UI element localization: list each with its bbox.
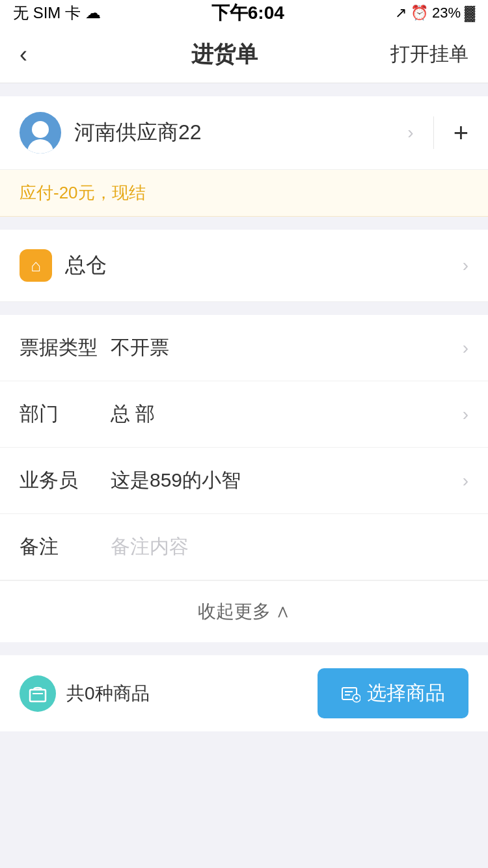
warehouse-name: 总仓	[65, 251, 463, 280]
invoice-type-row[interactable]: 票据类型 不开票 ›	[0, 315, 488, 381]
supplier-row[interactable]: 河南供应商22 › +	[0, 96, 488, 170]
remark-row[interactable]: 备注 备注内容	[0, 514, 488, 580]
top-divider	[0, 83, 488, 96]
add-supplier-button[interactable]: +	[454, 118, 468, 148]
open-pending-button[interactable]: 打开挂单	[390, 41, 468, 68]
back-button[interactable]: ‹	[20, 41, 59, 68]
invoice-type-value: 不开票	[104, 334, 463, 361]
avatar	[20, 112, 61, 154]
bottom-bar: 共0种商品 选择商品	[0, 655, 488, 731]
nav-bar: ‹ 进货单 打开挂单	[0, 26, 488, 83]
avatar-person-icon	[20, 112, 61, 154]
product-count-area: 共0种商品	[20, 675, 150, 712]
collapse-row[interactable]: 收起更多 ∧	[0, 580, 488, 642]
department-label: 部门	[20, 401, 104, 427]
alarm-icon: ⏰	[411, 5, 428, 21]
invoice-type-label: 票据类型	[20, 334, 104, 361]
location-icon: ↗	[395, 5, 407, 21]
collapse-text: 收起更多 ∧	[198, 599, 291, 624]
form-section: 票据类型 不开票 › 部门 总 部 › 业务员 这是859的小智 › 备注 备注…	[0, 315, 488, 642]
status-left: 无 SIM 卡 ☁	[13, 3, 101, 23]
status-time: 下午6:04	[211, 1, 284, 25]
warehouse-section: ⌂ 总仓 ›	[0, 230, 488, 302]
svg-rect-0	[30, 690, 46, 701]
avatar-head	[32, 121, 49, 138]
supplier-card: 河南供应商22 › + 应付-20元，现结	[0, 96, 488, 217]
warehouse-chevron-icon: ›	[463, 255, 468, 276]
select-product-label: 选择商品	[367, 680, 445, 707]
product-count-text: 共0种商品	[66, 681, 150, 706]
salesperson-row[interactable]: 业务员 这是859的小智 ›	[0, 448, 488, 514]
status-bar: 无 SIM 卡 ☁ 下午6:04 ↗ ⏰ 23% ▓	[0, 0, 488, 26]
battery-text: 23%	[432, 5, 461, 21]
battery-icon: ▓	[465, 5, 475, 21]
signal-text: 无 SIM 卡 ☁	[13, 3, 101, 23]
select-product-icon	[341, 684, 360, 703]
product-icon-circle	[20, 675, 56, 712]
warehouse-house-icon: ⌂	[31, 256, 41, 276]
department-value: 总 部	[104, 401, 463, 427]
warehouse-row[interactable]: ⌂ 总仓 ›	[0, 230, 488, 302]
shopping-bag-icon	[27, 683, 48, 704]
form-divider	[0, 302, 488, 315]
remark-label: 备注	[20, 534, 104, 560]
salesperson-label: 业务员	[20, 467, 104, 494]
supplier-chevron-icon[interactable]: ›	[407, 122, 413, 143]
select-product-button[interactable]: 选择商品	[318, 668, 468, 718]
page-title: 进货单	[191, 40, 258, 70]
notice-banner: 应付-20元，现结	[0, 170, 488, 217]
page-content: 河南供应商22 › + 应付-20元，现结 ⌂ 总仓 › 票据类型 不开票 › …	[0, 83, 488, 868]
warehouse-divider	[0, 217, 488, 230]
remark-placeholder[interactable]: 备注内容	[104, 534, 468, 560]
supplier-right-actions: › +	[407, 116, 468, 149]
warehouse-icon-bg: ⌂	[20, 249, 52, 282]
department-chevron-icon: ›	[463, 404, 468, 425]
supplier-name: 河南供应商22	[74, 118, 407, 147]
salesperson-chevron-icon: ›	[463, 470, 468, 491]
department-row[interactable]: 部门 总 部 ›	[0, 381, 488, 448]
vertical-divider	[433, 116, 434, 149]
status-right: ↗ ⏰ 23% ▓	[395, 5, 475, 21]
avatar-body	[27, 139, 53, 154]
salesperson-value: 这是859的小智	[104, 467, 463, 494]
invoice-type-chevron-icon: ›	[463, 338, 468, 359]
